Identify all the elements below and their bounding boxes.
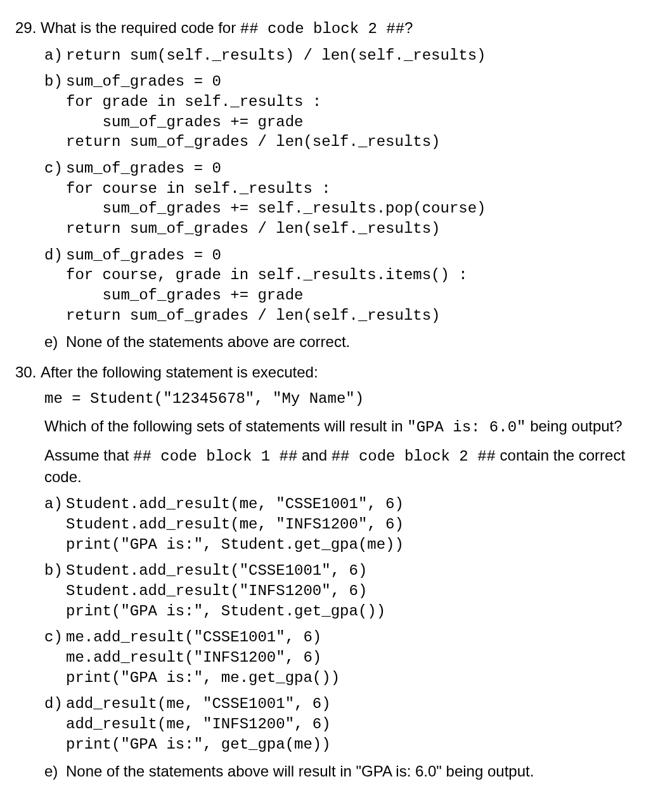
option-code: Student.add_result(me, "CSSE1001", 6) St…: [66, 494, 643, 554]
option-letter: e): [44, 332, 66, 352]
q30-number: 30.: [15, 362, 41, 383]
q30-option-e: e) None of the statements above will res…: [44, 761, 643, 782]
option-code: sum_of_grades = 0 for course in self._re…: [66, 159, 643, 239]
option-letter: a): [44, 46, 66, 66]
option-letter: a): [44, 494, 66, 514]
q30-mid2-c2: ## code block 2 ##: [332, 448, 496, 465]
q29-prompt-code: ## code block 2 ##: [240, 20, 404, 37]
option-text: None of the statements above are correct…: [66, 332, 643, 352]
q30-mid2-mid: and: [297, 447, 331, 464]
q30-option-d: d) add_result(me, "CSSE1001", 6) add_res…: [44, 694, 643, 754]
q30-mid2: Assume that ## code block 1 ## and ## co…: [44, 445, 643, 487]
q30-statement-code: me = Student("12345678", "My Name"): [44, 389, 643, 409]
option-letter: d): [44, 246, 66, 266]
q30-option-c: c) me.add_result("CSSE1001", 6) me.add_r…: [44, 627, 643, 688]
q30-mid1-pre: Which of the following sets of statement…: [44, 417, 407, 435]
q30-mid2-pre: Assume that: [44, 447, 133, 464]
q29-option-b: b) sum_of_grades = 0 for grade in self._…: [44, 72, 643, 152]
option-code: sum_of_grades = 0 for grade in self._res…: [66, 72, 643, 152]
option-code: me.add_result("CSSE1001", 6) me.add_resu…: [66, 627, 643, 688]
q29-option-a: a) return sum(self._results) / len(self.…: [44, 46, 643, 66]
q30-prompt: 30. After the following statement is exe…: [15, 362, 643, 383]
option-letter: e): [44, 761, 66, 782]
question-29: 29. What is the required code for ## cod…: [15, 18, 643, 352]
q30-mid1-post: being output?: [526, 417, 622, 435]
q29-options: a) return sum(self._results) / len(self.…: [44, 46, 643, 352]
q29-number: 29.: [15, 18, 41, 39]
option-letter: c): [44, 627, 66, 648]
option-letter: c): [44, 159, 66, 179]
option-letter: b): [44, 72, 66, 92]
option-text: None of the statements above will result…: [66, 761, 643, 782]
q29-option-d: d) sum_of_grades = 0 for course, grade i…: [44, 246, 643, 326]
q30-mid2-c1: ## code block 1 ##: [133, 448, 297, 465]
q30-mid1-code: "GPA is: 6.0": [407, 419, 526, 436]
question-30: 30. After the following statement is exe…: [15, 362, 643, 781]
option-code: sum_of_grades = 0 for course, grade in s…: [66, 246, 643, 326]
q30-mid1: Which of the following sets of statement…: [44, 416, 643, 438]
q29-prompt: 29. What is the required code for ## cod…: [15, 18, 643, 39]
option-letter: d): [44, 694, 66, 714]
q29-prompt-pre: What is the required code for: [41, 19, 240, 36]
option-code: Student.add_result("CSSE1001", 6) Studen…: [66, 561, 643, 621]
q29-option-e: e) None of the statements above are corr…: [44, 332, 643, 352]
option-code: add_result(me, "CSSE1001", 6) add_result…: [66, 694, 643, 754]
q29-text: What is the required code for ## code bl…: [41, 18, 643, 39]
q30-option-a: a) Student.add_result(me, "CSSE1001", 6)…: [44, 494, 643, 554]
q29-prompt-post: ?: [404, 19, 413, 36]
q30-text: After the following statement is execute…: [41, 362, 643, 383]
q30-option-b: b) Student.add_result("CSSE1001", 6) Stu…: [44, 561, 643, 621]
option-letter: b): [44, 561, 66, 581]
option-code: return sum(self._results) / len(self._re…: [66, 46, 643, 66]
q29-option-c: c) sum_of_grades = 0 for course in self.…: [44, 159, 643, 239]
q30-options: a) Student.add_result(me, "CSSE1001", 6)…: [44, 494, 643, 781]
